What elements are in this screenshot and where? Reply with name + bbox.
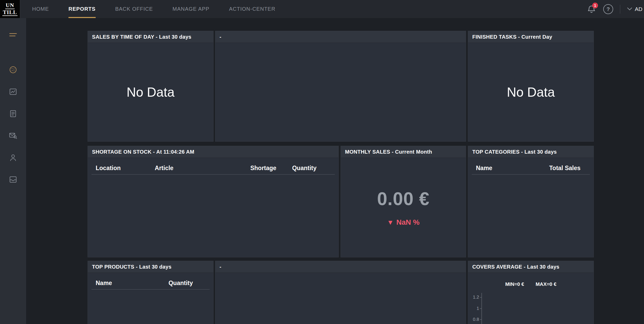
sidebar <box>0 18 26 324</box>
card-monthly-sales: MONTHLY SALES - Current Month 0.00 € ▼ N… <box>341 146 466 257</box>
card-title: - <box>215 31 466 43</box>
notification-badge: 1 <box>592 3 598 8</box>
screen: UN TILL HOME REPORTS BACK OFFICE MANAGE … <box>0 0 644 324</box>
column-header-shortage: Shortage <box>240 165 291 172</box>
card-covers-average: COVERS AVERAGE - Last 30 days MIN=0 € MA… <box>468 261 594 324</box>
y-tick-label: 1 <box>468 306 479 311</box>
user-menu[interactable]: AD <box>627 6 642 12</box>
user-label: AD <box>635 6 642 12</box>
nav-reports[interactable]: REPORTS <box>68 0 96 18</box>
column-header-quantity: Quantity <box>291 165 335 172</box>
table-header-row: Name Quantity <box>91 280 210 290</box>
no-data-text: No Data <box>126 85 174 100</box>
card-untitled-bottom: - Bear <box>215 261 466 324</box>
nav-action-center[interactable]: ACTION-CENTER <box>229 0 275 18</box>
monthly-sales-value: 0.00 € <box>377 188 430 209</box>
y-tick-mark <box>480 308 482 309</box>
logo-text-bottom: TILL <box>2 9 18 16</box>
card-title: TOP PRODUCTS - Last 30 days <box>88 261 213 273</box>
nav-manage-app[interactable]: MANAGE APP <box>172 0 209 18</box>
column-header-total-sales: Total Sales <box>549 165 590 172</box>
dashboard-icon[interactable] <box>9 66 17 74</box>
menu-icon[interactable] <box>9 32 17 38</box>
card-top-products: TOP PRODUCTS - Last 30 days Name Quantit… <box>88 261 214 324</box>
card-top-categories: TOP CATEGORIES - Last 30 days Name Total… <box>468 146 594 257</box>
monthly-sales-delta: ▼ NaN % <box>387 218 419 227</box>
notifications-button[interactable]: 1 <box>586 4 596 14</box>
y-tick-label: 1.2 <box>468 295 479 300</box>
card-title: - <box>215 261 466 273</box>
delta-down-icon: ▼ <box>387 218 394 227</box>
help-glyph: ? <box>606 6 610 12</box>
mail-search-icon[interactable] <box>9 131 17 140</box>
y-tick-label: 0.8 <box>468 317 479 322</box>
app-logo[interactable]: UN TILL <box>0 0 20 18</box>
table-header-row: Location Article Shortage Quantity <box>91 165 335 175</box>
card-finished-tasks: FINISHED TASKS - Current Day No Data <box>468 31 594 142</box>
delta-text: NaN % <box>396 218 420 227</box>
top-nav: UN TILL HOME REPORTS BACK OFFICE MANAGE … <box>0 0 644 18</box>
card-sales-by-time: SALES BY TIME OF DAY - Last 30 days No D… <box>88 31 214 142</box>
max-label: MAX=0 € <box>536 281 556 287</box>
card-title: SHORTAGE ON STOCK - At 11:04:26 AM <box>88 146 338 158</box>
card-title: TOP CATEGORIES - Last 30 days <box>468 146 594 158</box>
card-title: MONTHLY SALES - Current Month <box>341 146 466 158</box>
y-tick-mark <box>480 319 482 320</box>
sales-chart-icon[interactable] <box>9 88 17 96</box>
card-shortage-on-stock: SHORTAGE ON STOCK - At 11:04:26 AM Locat… <box>88 146 339 257</box>
empty-chart-area <box>215 43 466 141</box>
min-max-labels: MIN=0 € MAX=0 € <box>468 281 594 287</box>
card-title: COVERS AVERAGE - Last 30 days <box>468 261 594 273</box>
min-label: MIN=0 € <box>505 281 524 287</box>
customers-icon[interactable] <box>9 153 17 162</box>
help-button[interactable]: ? <box>603 4 613 14</box>
no-data-text: No Data <box>507 85 555 100</box>
documents-icon[interactable] <box>9 109 17 118</box>
main-nav: HOME REPORTS BACK OFFICE MANAGE APP ACTI… <box>32 0 275 18</box>
stock-icon[interactable] <box>9 175 17 184</box>
column-header-article: Article <box>155 165 240 172</box>
column-header-name: Name <box>91 280 169 287</box>
dashboard: SALES BY TIME OF DAY - Last 30 days No D… <box>26 18 644 324</box>
column-header-quantity: Quantity <box>169 280 210 287</box>
bell-icon <box>586 10 596 15</box>
chevron-down-icon <box>627 7 632 11</box>
logo-text-top: UN <box>5 2 15 9</box>
card-title: FINISHED TASKS - Current Day <box>468 31 594 43</box>
y-tick-mark <box>480 297 482 298</box>
nav-home[interactable]: HOME <box>32 0 49 18</box>
card-title: SALES BY TIME OF DAY - Last 30 days <box>88 31 213 43</box>
table-header-row: Name Total Sales <box>472 165 590 175</box>
nav-back-office[interactable]: BACK OFFICE <box>115 0 153 18</box>
nav-divider <box>620 5 620 14</box>
nav-right-controls: 1 ? AD <box>586 0 644 18</box>
card-untitled-top: - <box>215 31 466 142</box>
column-header-name: Name <box>472 165 549 172</box>
column-header-location: Location <box>91 165 155 172</box>
